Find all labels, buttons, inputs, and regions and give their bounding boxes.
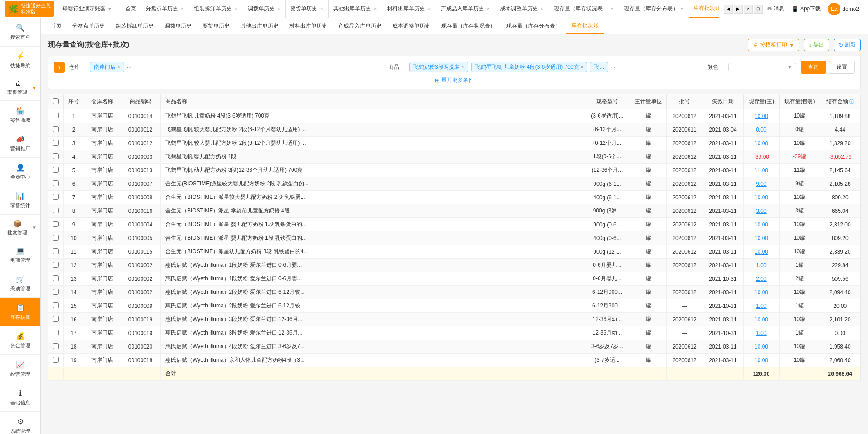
sub-nav-picking[interactable]: 调拨单历史 [159,18,197,34]
tab-home[interactable]: 首页 [121,0,141,18]
row-stock-main[interactable]: 1.00 [743,299,779,313]
row-checkbox[interactable] [53,330,59,335]
row-stock-main[interactable]: 10.00 [743,218,779,231]
row-checkbox[interactable] [53,194,59,200]
row-stock-main[interactable]: 9.00 [743,177,779,191]
sidebar-item-wholesale[interactable]: 📦 批发管理 ▼ [0,215,40,241]
tab-prev-btn[interactable]: ◀ [724,5,733,14]
tab-stock-dist[interactable]: 现存量（库存分布表） × [619,0,689,18]
sub-nav-disassembly[interactable]: 组装拆卸单历史 [110,18,159,34]
sub-nav-purchase[interactable]: 要货单历史 [197,18,235,34]
row-stock-main[interactable]: 0.00 [743,123,779,137]
sidebar-item-search[interactable]: 🔍 搜索菜单 [0,18,40,47]
query-btn[interactable]: 查询 [801,61,826,74]
row-stock-main[interactable]: 11.00 [743,164,779,177]
row-stock-main[interactable]: 10.00 [743,109,779,123]
tab-disassembly[interactable]: 组装拆卸单历史 × [189,0,243,18]
tab-other-out[interactable]: 其他出库单历史 × [329,0,382,18]
row-stock-main[interactable]: 10.00 [743,137,779,150]
product-tag-more[interactable]: 飞... [590,62,608,72]
tab-picking-close[interactable]: × [277,6,281,12]
tab-menu-btn[interactable]: ⊟ [754,5,763,14]
sub-nav-stock-dist[interactable]: 现存量（库存分布表） [501,18,566,34]
sub-nav-home[interactable]: 首页 [45,18,67,34]
row-checkbox[interactable] [53,113,59,118]
row-stock-main[interactable]: 10.00 [743,340,779,354]
color-filter-arrow[interactable]: ▼ [788,65,792,70]
tab-material-out-close[interactable]: × [427,6,431,12]
sub-nav-split[interactable]: 分盘点单历史 [67,18,110,34]
amount-info-icon[interactable]: ⓘ [849,99,854,104]
tab-cost-adj[interactable]: 成本调整单历史 × [495,0,549,18]
row-stock-main[interactable]: 3.00 [743,204,779,218]
select-all-checkbox[interactable] [53,98,59,104]
tab-material-out[interactable]: 材料出库单历史 × [382,0,436,18]
refresh-btn[interactable]: ↻ 刷新 [834,39,861,51]
row-checkbox[interactable] [53,248,59,254]
sidebar-item-member-center[interactable]: 👤 会员中心 [0,158,40,186]
tab-close-btn[interactable]: × [744,5,753,14]
sub-nav-batch-account[interactable]: 库存批次账 [566,18,604,34]
tab-stock-dist-close[interactable]: × [680,6,684,12]
color-filter-input[interactable]: ▼ [728,63,796,71]
filter-expand-btn[interactable]: ⊞ 展开更多条件 [54,76,855,84]
row-checkbox[interactable] [53,357,59,363]
sidebar-item-retail-mgmt[interactable]: 🛍 零售管理 ▼ [0,75,40,101]
sidebar-item-system-mgmt[interactable]: ⚙ 系统管理 [0,412,40,434]
sidebar-item-retail-mall[interactable]: 🏪 零售商城 [0,101,40,129]
tab-purchase[interactable]: 要货单历史 × [286,0,329,18]
sidebar-item-quick-nav[interactable]: ⚡ 快捷导航 [0,47,40,75]
suite-dropdown-arrow[interactable]: ▼ [108,6,112,11]
sidebar-item-ecommerce[interactable]: 💻 电商管理 [0,241,40,269]
row-stock-main[interactable]: 10.00 [743,191,779,204]
tab-product-in-close[interactable]: × [486,6,491,12]
row-checkbox[interactable] [53,316,59,322]
row-stock-main[interactable]: 10.00 [743,231,779,245]
row-stock-main[interactable]: 10.00 [743,245,779,259]
row-stock-main[interactable]: 10.00 [743,313,779,326]
sidebar-item-marketing[interactable]: 📣 营销推广 [0,129,40,158]
filter-expand-orange-btn[interactable]: › [54,62,65,73]
sub-nav-cost-adj[interactable]: 成本调整单历史 [387,18,436,34]
row-checkbox[interactable] [53,221,59,227]
sub-nav-other-out[interactable]: 其他出库单历史 [235,18,284,34]
product-filter-more[interactable]: ··· [611,64,615,71]
row-stock-main[interactable]: 10.00 [743,286,779,299]
warehouse-tag-remove[interactable]: × [118,65,120,70]
tab-purchase-close[interactable]: × [319,6,324,12]
sidebar-item-inventory-check[interactable]: 📋 库存核算 [0,298,40,326]
row-checkbox[interactable] [53,180,59,186]
sub-nav-stock-status[interactable]: 现存量（库存状况表） [436,18,501,34]
row-stock-main[interactable]: 1.00 [743,326,779,340]
tab-other-out-close[interactable]: × [373,6,377,12]
row-stock-main[interactable]: 10.00 [743,354,779,367]
warehouse-tag[interactable]: 南岸门店 × [90,62,124,72]
app-download-btn[interactable]: 📱 App下载 [792,5,821,13]
row-checkbox[interactable] [53,262,59,268]
row-checkbox[interactable] [53,343,59,349]
row-checkbox[interactable] [53,235,59,241]
tab-stock-status[interactable]: 现存量（库存状况表） × [549,0,619,18]
suite-dropdown-label[interactable]: 母婴行业演示账套 [62,5,106,13]
row-checkbox[interactable] [53,208,59,213]
row-checkbox[interactable] [53,289,59,295]
row-checkbox[interactable] [53,167,59,173]
tab-split-close[interactable]: × [180,6,184,12]
tab-split-history[interactable]: 分盘点单历史 × [141,0,189,18]
tab-disassembly-close[interactable]: × [234,6,238,12]
sidebar-item-finance[interactable]: 💰 资金管理 [0,326,40,355]
print-dropdown-arrow[interactable]: ▼ [789,42,794,48]
product-tag-1-remove[interactable]: × [462,65,464,70]
product-tag-2-remove[interactable]: × [581,65,584,70]
warehouse-filter-more[interactable]: ··· [127,64,132,71]
product-tag-2[interactable]: 飞鹤星飞帆 儿童奶粉 4段(3-6岁适用) 700克 × [471,62,588,72]
row-stock-main[interactable]: 2.00 [743,272,779,286]
row-stock-main[interactable]: 1.00 [743,259,779,272]
tab-cost-adj-close[interactable]: × [540,6,544,12]
tab-product-in[interactable]: 产成品入库单历史 × [436,0,495,18]
sub-nav-product-in[interactable]: 产成品入库单历史 [333,18,387,34]
product-tag-1[interactable]: 飞鹤奶粉3段两提装 × [409,62,468,72]
message-btn[interactable]: ✉ 消息 [767,5,784,13]
row-checkbox[interactable] [53,140,59,146]
sidebar-item-basic-info[interactable]: ℹ 基础信息 [0,383,40,412]
